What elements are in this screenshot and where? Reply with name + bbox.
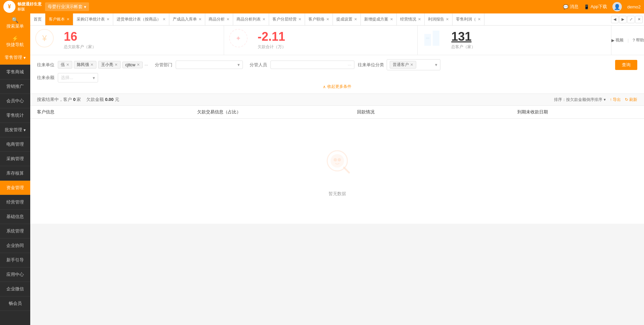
classify-tag-normal[interactable]: 普通客户 ✕ — [390, 61, 416, 69]
sidebar-item-basic-info[interactable]: 基础信息 — [0, 210, 30, 224]
col-customer-info: 客户信息 — [37, 109, 197, 115]
sidebar-item-retail-stats[interactable]: 零售统计 — [0, 108, 30, 123]
tab-prev-btn[interactable]: ◀ — [611, 16, 618, 23]
app-download-btn[interactable]: 📱 App下载 — [584, 4, 607, 10]
help-link[interactable]: ? 帮助 — [633, 37, 644, 43]
classify-filter: 往来单位分类 普通客户 ✕ ▾ — [358, 59, 440, 70]
svg-point-7 — [334, 158, 337, 161]
tab-close-profit[interactable]: ✕ — [446, 17, 449, 22]
sidebar-item-appstore[interactable]: 应用中心 — [0, 267, 30, 282]
table-header: 客户信息 欠款交易信息（占比） 回款情况 到期未收款日期 — [30, 106, 644, 119]
filter-more-btn[interactable]: ··· — [144, 62, 148, 67]
svg-rect-2 — [426, 37, 428, 39]
collapse-filters-btn[interactable]: ∧ 收起更多条件 — [37, 84, 637, 89]
tab-close-analysis-list[interactable]: ✕ — [262, 17, 265, 22]
unit-tag-wu[interactable]: 伍 ✕ — [58, 61, 72, 69]
tab-product-analysis[interactable]: 商品分析 ✕ — [205, 13, 233, 26]
sidebar-item-wholesale[interactable]: 批发管理 ▾ — [0, 123, 30, 137]
tab-close-product[interactable]: ✕ — [199, 17, 202, 22]
tab-close-commission-add[interactable]: ✕ — [390, 17, 393, 22]
sidebar-item-purchase[interactable]: 采购管理 — [0, 152, 30, 166]
filter-bar: 往来单位 伍 ✕ 陈民强 ✕ 王小亮 — [30, 55, 644, 94]
tab-close-layer[interactable]: ✕ — [298, 17, 301, 22]
person-select[interactable]: ··· — [270, 61, 354, 69]
tab-close-purchase[interactable]: ✕ — [106, 17, 110, 22]
sidebar-quick-nav[interactable]: ⚡ 快捷导航 — [0, 33, 30, 50]
tab-close-retail-profit[interactable]: ✕ — [478, 17, 481, 22]
empty-text: 暂无数据 — [329, 191, 346, 197]
remove-tag-cjttcw[interactable]: ✕ — [137, 63, 140, 67]
total-customers-label: 总欠款客户（家） — [64, 44, 96, 50]
export-btn[interactable]: ↑ 导出 — [610, 97, 621, 103]
sidebar-item-retail-mall[interactable]: 零售商城 — [0, 65, 30, 79]
tab-customer-contact[interactable]: 客户联络 ✕ — [305, 13, 333, 26]
unit-tag-cjttcw[interactable]: cjttcw ✕ — [122, 62, 143, 68]
tab-bar-controls: ◀ ▶ ⤢ ✕ — [611, 16, 644, 23]
sidebar-item-member[interactable]: 会员中心 — [0, 94, 30, 108]
tab-retail-profit[interactable]: 零售利润（ ✕ — [453, 13, 484, 26]
tab-bar: 首页 客户账本 ✕ 采购订单统计表 ✕ 进货单统计表（按商品） ✕ 产成品入库单… — [30, 13, 644, 26]
account-selector[interactable]: 母婴行业演示帐套 ▾ — [45, 2, 89, 11]
tab-close-inbound[interactable]: ✕ — [163, 17, 166, 22]
tab-profit-report[interactable]: 利润报告 ✕ — [425, 13, 453, 26]
tab-commission-add[interactable]: 新增提成方案 ✕ — [361, 13, 397, 26]
sidebar-item-operation[interactable]: 经营管理 — [0, 195, 30, 210]
sidebar-item-guide[interactable]: 新手引导 — [0, 253, 30, 267]
sidebar-item-marketing[interactable]: 营销推广 — [0, 79, 30, 94]
tab-customer-account[interactable]: 客户账本 ✕ — [45, 13, 73, 26]
app-logo: ¥ 畅捷通好生意 标版 — [3, 1, 42, 13]
debt-total-label: 欠款合计（万） — [258, 44, 286, 50]
tab-commission-setting[interactable]: 提成设置 ✕ — [333, 13, 361, 26]
result-actions: 排序：按欠款金额倒序排序 ▾ ↑ 导出 ↻ 刷新 — [554, 97, 637, 103]
unit-tag-chen[interactable]: 陈民强 ✕ — [74, 61, 96, 69]
remove-tag-chen[interactable]: ✕ — [90, 63, 93, 67]
tab-operation-status[interactable]: 经营情况 ✕ — [397, 13, 425, 26]
total-customers-value: 16 — [64, 31, 96, 43]
tab-product-inbound[interactable]: 产成品入库单 ✕ — [169, 13, 205, 26]
message-btn[interactable]: 💬 消息 — [563, 4, 578, 10]
tab-close-analysis[interactable]: ✕ — [226, 17, 229, 22]
tab-next-btn[interactable]: ▶ — [619, 16, 627, 23]
sidebar-item-changhui[interactable]: 畅会员 — [0, 296, 30, 311]
balance-select[interactable]: 选择... ▾ — [58, 73, 98, 82]
app-subname: 标版 — [17, 7, 42, 12]
avatar[interactable]: 👤 — [612, 2, 622, 11]
tab-product-analysis-list[interactable]: 商品分析列表 ✕ — [233, 13, 269, 26]
sidebar-item-finance[interactable]: 资金管理 — [0, 181, 30, 195]
remove-tag-wu[interactable]: ✕ — [66, 63, 69, 67]
sidebar-item-inventory[interactable]: 库存核算 — [0, 166, 30, 181]
result-info: 搜索结果中，客户 0 家 欠款金额 0.00 元 — [37, 97, 119, 103]
debt-total-value: -2.11 — [258, 31, 286, 43]
sort-selector[interactable]: 排序：按欠款金额倒序排序 ▾ — [554, 97, 606, 103]
sidebar-item-retail[interactable]: 零售管理 ▾ — [0, 50, 30, 65]
tab-purchase-stats[interactable]: 采购订单统计表 ✕ — [73, 13, 113, 26]
tab-close-operation[interactable]: ✕ — [418, 17, 421, 22]
tab-close-commission[interactable]: ✕ — [354, 17, 357, 22]
sidebar-item-system[interactable]: 系统管理 — [0, 224, 30, 239]
total-clients-label: 总客户（家） — [451, 44, 475, 50]
remove-classify-tag[interactable]: ✕ — [410, 63, 413, 67]
sidebar-item-ecommerce[interactable]: 电商管理 — [0, 137, 30, 152]
unit-tag-wang[interactable]: 王小亮 ✕ — [98, 61, 121, 69]
content-area: ¥ 16 总欠款客户（家） ✦ -2.11 欠款合计（万） — [30, 26, 644, 325]
tab-close-contact[interactable]: ✕ — [326, 17, 329, 22]
video-link[interactable]: ▶ 视频 — [611, 37, 624, 43]
tab-customer-layer[interactable]: 客户分层经营 ✕ — [269, 13, 305, 26]
sidebar-search[interactable]: 🔍 搜索菜单 — [0, 13, 30, 33]
dept-select[interactable]: ▾ — [176, 61, 243, 69]
sidebar-item-wechat[interactable]: 企业微信 — [0, 282, 30, 296]
tab-home[interactable]: 首页 — [30, 13, 45, 26]
total-clients-value: 131 — [451, 31, 475, 43]
logo-icon: ¥ — [3, 1, 15, 13]
remove-tag-wang[interactable]: ✕ — [115, 63, 118, 67]
tab-close-all-btn[interactable]: ✕ — [635, 16, 643, 23]
tab-inbound-stats[interactable]: 进货单统计表（按商品） ✕ — [113, 13, 169, 26]
classify-select[interactable]: 普通客户 ✕ ▾ — [387, 59, 440, 70]
sidebar-item-enterprise[interactable]: 企业协同 — [0, 239, 30, 253]
tab-close-customer-account[interactable]: ✕ — [67, 17, 70, 22]
refresh-btn[interactable]: ↻ 刷新 — [625, 97, 637, 103]
tab-expand-btn[interactable]: ⤢ — [627, 16, 635, 23]
username-label[interactable]: demo2 — [627, 4, 641, 9]
stats-bar: ¥ 16 总欠款客户（家） ✦ -2.11 欠款合计（万） — [30, 26, 644, 55]
query-button[interactable]: 查询 — [615, 60, 637, 70]
